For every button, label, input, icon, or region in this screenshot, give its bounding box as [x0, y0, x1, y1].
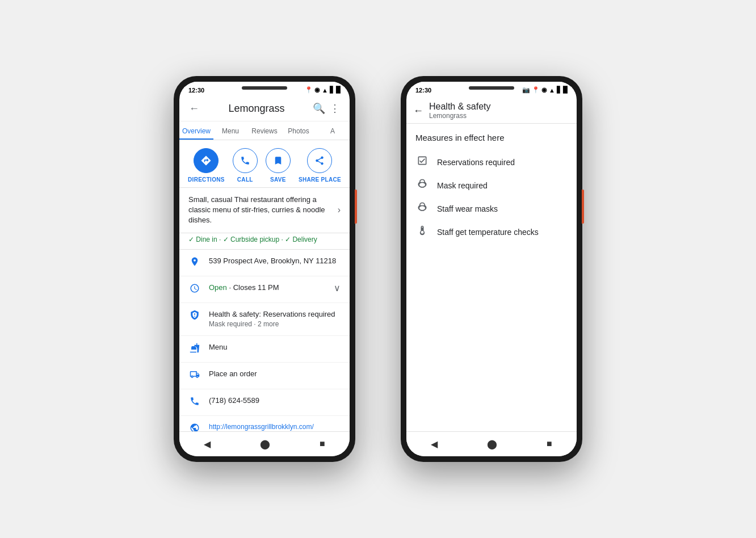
temp-label: Staff get temperature checks: [437, 228, 539, 237]
hours-icon: [188, 283, 201, 296]
recents-nav-button-1[interactable]: ■: [320, 439, 325, 449]
hours-text: Open · Closes 11 PM: [209, 283, 326, 293]
detail-address[interactable]: 539 Prospect Ave, Brooklyn, NY 11218: [179, 250, 350, 276]
page-title-2: Health & safety: [429, 102, 570, 112]
call-icon-circle: [233, 148, 258, 173]
save-label: SAVE: [270, 176, 286, 183]
actions-row: DIRECTIONS CALL SA: [179, 140, 350, 188]
more-button[interactable]: ⋮: [327, 100, 343, 116]
toolbar-1: ← Lemongrass 🔍 ⋮: [179, 96, 350, 121]
page-subtitle-2: Lemongrass: [429, 112, 570, 120]
bottom-nav-2: ◀ ⬤ ■: [406, 431, 577, 456]
temp-icon: [415, 225, 429, 239]
search-button[interactable]: 🔍: [311, 100, 327, 116]
safety-item-mask: Mask required: [415, 174, 568, 197]
detail-health[interactable]: Health & safety: Reservations required M…: [179, 303, 350, 336]
back-nav-button-1[interactable]: ◀: [204, 439, 211, 449]
share-label: SHARE PLACE: [299, 176, 341, 183]
spacer: [406, 253, 577, 431]
bottom-nav-1: ◀ ⬤ ■: [179, 431, 350, 456]
share-icon-circle: [307, 148, 332, 173]
hours-dropdown-icon[interactable]: ∨: [334, 283, 341, 293]
back-nav-button-2[interactable]: ◀: [431, 439, 438, 449]
time-1: 12:30: [188, 87, 204, 94]
safety-item-temp: Staff get temperature checks: [415, 220, 568, 243]
directions-button[interactable]: DIRECTIONS: [188, 148, 225, 183]
detail-hours[interactable]: Open · Closes 11 PM ∨: [179, 276, 350, 303]
battery-icon-2: ▉: [563, 86, 568, 94]
call-button[interactable]: CALL: [233, 148, 258, 183]
safety-heading: Measures in effect here: [415, 133, 568, 142]
signal-icon: ▋: [330, 86, 334, 94]
menu-text: Menu: [209, 342, 341, 352]
directions-label: DIRECTIONS: [188, 176, 225, 183]
toolbar2-titles: Health & safety Lemongrass: [429, 102, 570, 120]
tab-more[interactable]: A: [316, 121, 350, 140]
chevron-right-icon: ›: [338, 205, 341, 215]
address-text: 539 Prospect Ave, Brooklyn, NY 11218: [209, 256, 341, 266]
location-icon: 📍: [305, 86, 313, 94]
hours-detail: · Closes 11 PM: [229, 283, 279, 292]
health-sub: Mask required · 2 more: [209, 320, 341, 329]
health-label: Health & safety:: [209, 310, 263, 318]
tab-photos[interactable]: Photos: [282, 121, 316, 140]
address-icon: [188, 257, 201, 270]
recents-nav-button-2[interactable]: ■: [547, 439, 552, 449]
safety-item-reservations: Reservations required: [415, 150, 568, 174]
tab-reviews[interactable]: Reviews: [247, 121, 282, 140]
detail-phone[interactable]: (718) 624-5589: [179, 389, 350, 416]
signal-icon-2: ▋: [557, 86, 561, 94]
status-bar-2: 12:30 📷 📍 ◉ ▲ ▋ ▉: [406, 82, 577, 96]
home-nav-button-2[interactable]: ⬤: [487, 439, 497, 449]
vpn-icon-2: ◉: [541, 86, 547, 94]
save-icon-circle: [266, 148, 291, 173]
share-button[interactable]: SHARE PLACE: [299, 148, 341, 183]
back-button-1[interactable]: ←: [186, 100, 202, 116]
tab-overview[interactable]: Overview: [179, 121, 213, 140]
health-text: Health & safety: Reservations required M…: [209, 309, 341, 329]
detail-menu[interactable]: Menu: [179, 336, 350, 363]
scene: 12:30 📍 ◉ ▲ ▋ ▉ ← Lemongrass 🔍 ⋮ Ov: [0, 76, 756, 462]
status-icons-2: 📷 📍 ◉ ▲ ▋ ▉: [522, 86, 568, 94]
open-status: Open: [209, 283, 227, 292]
wifi-icon: ▲: [322, 87, 328, 94]
safety-item-staff-masks: Staff wear masks: [415, 197, 568, 220]
directions-icon-circle: [194, 148, 219, 173]
menu-icon: [188, 343, 201, 356]
safety-section: Measures in effect here Reservations req…: [406, 124, 577, 253]
description-row[interactable]: Small, casual Thai restaurant offering a…: [179, 188, 350, 233]
order-text: Place an order: [209, 369, 341, 379]
info-section: Small, casual Thai restaurant offering a…: [179, 188, 350, 431]
wifi-icon-2: ▲: [549, 87, 555, 94]
health-detail: Reservations required: [263, 310, 335, 318]
order-icon: [188, 369, 201, 383]
phone-icon: [188, 396, 201, 409]
status-icons-1: 📍 ◉ ▲ ▋ ▉: [305, 86, 341, 94]
save-button[interactable]: SAVE: [266, 148, 291, 183]
mask-label: Mask required: [437, 181, 488, 190]
detail-website[interactable]: http://lemongrassgrillbrokklyn.com/: [179, 416, 350, 431]
reservations-icon: [415, 155, 429, 169]
time-2: 12:30: [415, 87, 431, 94]
reservations-label: Reservations required: [437, 158, 515, 167]
description-text: Small, casual Thai restaurant offering a…: [188, 195, 333, 226]
tabs-row: Overview Menu Reviews Photos A: [179, 121, 350, 140]
battery-icon: ▉: [336, 86, 341, 94]
phone-2: 12:30 📷 📍 ◉ ▲ ▋ ▉ ← Health & safety Lemo…: [401, 76, 582, 462]
camera-icon-2: 📷: [522, 86, 530, 94]
website-icon: [188, 423, 201, 431]
status-bar-1: 12:30 📍 ◉ ▲ ▋ ▉: [179, 82, 350, 96]
back-button-2[interactable]: ←: [413, 105, 423, 117]
detail-order[interactable]: Place an order: [179, 363, 350, 389]
phone-1: 12:30 📍 ◉ ▲ ▋ ▉ ← Lemongrass 🔍 ⋮ Ov: [174, 76, 355, 462]
toolbar-2: ← Health & safety Lemongrass: [406, 96, 577, 124]
phone-text: (718) 624-5589: [209, 396, 341, 406]
page-title-1: Lemongrass: [202, 103, 311, 115]
tab-menu[interactable]: Menu: [213, 121, 247, 140]
home-nav-button-1[interactable]: ⬤: [260, 439, 270, 449]
call-label: CALL: [237, 176, 253, 183]
service-options: ✓ Dine in · ✓ Curbside pickup · ✓ Delive…: [179, 233, 350, 250]
vpn-icon: ◉: [314, 86, 320, 94]
staff-mask-icon: [415, 201, 429, 216]
mask-icon: [415, 178, 429, 192]
